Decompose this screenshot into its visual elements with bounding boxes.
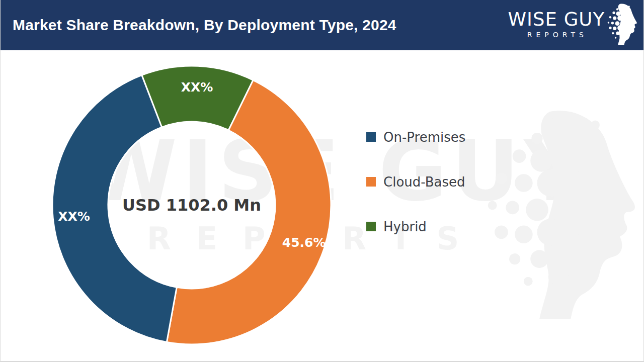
legend-label: Hybrid	[383, 219, 427, 234]
segment-label-hybrid: XX%	[181, 80, 213, 95]
legend-swatch-icon	[366, 222, 376, 231]
logo-subtitle: REPORTS	[525, 31, 588, 39]
wise-guy-logo: WISE GUY REPORTS	[508, 3, 638, 45]
logo-head-icon	[598, 3, 638, 45]
legend-item-on-premises: On-Premises	[366, 115, 465, 159]
legend-swatch-icon	[366, 132, 376, 142]
page-title: Market Share Breakdown, By Deployment Ty…	[0, 17, 396, 34]
chart-center-value: USD 1102.0 Mn	[91, 196, 292, 215]
logo-wordmark: WISE GUY	[508, 10, 605, 30]
head-watermark	[439, 107, 640, 320]
segment-label-cloud-based: 45.6%	[282, 235, 326, 250]
legend-label: Cloud-Based	[383, 174, 465, 190]
legend: On-PremisesCloud-BasedHybrid	[366, 115, 465, 249]
segment-label-on-premises: XX%	[58, 209, 90, 224]
header-bar: Market Share Breakdown, By Deployment Ty…	[0, 0, 644, 50]
legend-label: On-Premises	[383, 130, 465, 145]
legend-item-hybrid: Hybrid	[366, 204, 465, 249]
legend-item-cloud-based: Cloud-Based	[366, 159, 465, 204]
legend-swatch-icon	[366, 177, 376, 187]
logo-text: WISE GUY REPORTS	[508, 10, 605, 39]
